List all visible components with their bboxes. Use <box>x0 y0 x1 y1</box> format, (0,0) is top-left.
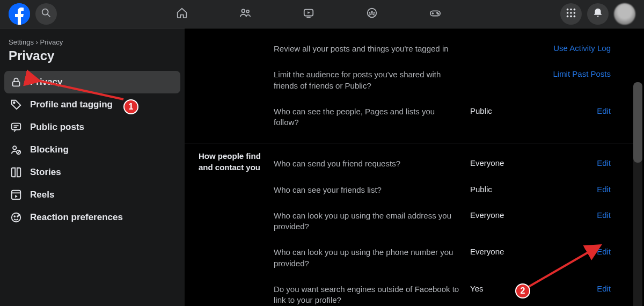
svg-point-9 <box>369 12 370 14</box>
setting-desc: Who can see the people, Pages and lists … <box>274 106 462 128</box>
svg-line-2 <box>47 14 50 17</box>
setting-value: Everyone <box>470 210 540 220</box>
edit-link[interactable]: Edit <box>597 158 611 167</box>
setting-row: Do you want search engines outside of Fa… <box>274 276 639 306</box>
svg-point-26 <box>13 102 15 104</box>
setting-desc: Who can see your friends list? <box>274 185 462 195</box>
setting-desc: Who can look you up using the phone numb… <box>274 247 462 269</box>
sidebar-item-label: Public posts <box>30 122 84 133</box>
setting-row: Who can look you up using the phone numb… <box>274 239 639 276</box>
svg-point-19 <box>567 12 569 14</box>
setting-row: Who can see the people, Pages and lists … <box>274 99 639 136</box>
setting-value: Public <box>470 106 540 115</box>
setting-desc: Review all your posts and things you're … <box>274 43 462 54</box>
video-icon <box>303 7 314 21</box>
edit-link[interactable]: Edit <box>597 106 611 115</box>
reels-icon <box>10 188 23 201</box>
setting-row: Review all your posts and things you're … <box>274 36 639 62</box>
setting-row: Who can send you friend requests? Everyo… <box>274 151 639 177</box>
lock-icon <box>10 76 23 89</box>
home-icon <box>176 7 188 21</box>
use-activity-log-link[interactable]: Use Activity Log <box>553 43 611 53</box>
sidebar-item-public-posts[interactable]: Public posts <box>4 116 180 139</box>
top-navbar <box>0 0 644 28</box>
breadcrumb: Settings › Privacy <box>4 34 180 47</box>
svg-rect-25 <box>13 82 20 86</box>
svg-point-15 <box>438 13 439 14</box>
svg-point-1 <box>42 9 48 15</box>
account-avatar[interactable] <box>614 3 635 25</box>
sidebar-item-privacy[interactable]: Privacy <box>4 71 180 93</box>
gaming-icon <box>429 7 441 21</box>
setting-desc: Limit the audience for posts you've shar… <box>274 69 462 91</box>
breadcrumb-leaf: Privacy <box>40 38 63 46</box>
breadcrumb-root[interactable]: Settings <box>9 38 34 46</box>
nav-groups[interactable] <box>359 1 385 27</box>
section-label-activity <box>185 36 274 135</box>
setting-desc: Who can look you up using the email addr… <box>274 210 462 232</box>
svg-point-21 <box>574 12 576 14</box>
setting-value: Public <box>470 185 540 194</box>
menu-button[interactable] <box>560 3 582 25</box>
sidebar-item-label: Reaction preferences <box>30 212 123 223</box>
svg-point-3 <box>241 9 245 12</box>
sidebar-item-label: Reels <box>30 190 54 200</box>
sidebar-item-reels[interactable]: Reels <box>4 184 180 206</box>
setting-row: Limit the audience for posts you've shar… <box>274 62 639 99</box>
edit-link[interactable]: Edit <box>597 210 611 220</box>
svg-point-4 <box>246 10 249 13</box>
setting-desc: Do you want search engines outside of Fa… <box>274 284 462 306</box>
sidebar-item-label: Profile and tagging <box>30 99 113 110</box>
setting-value: Everyone <box>470 158 540 167</box>
sidebar-item-blocking[interactable]: Blocking <box>4 139 180 161</box>
book-icon <box>10 166 23 179</box>
edit-link-phone[interactable]: Edit <box>597 247 611 256</box>
settings-sidebar: Settings › Privacy Privacy Privacy Profi… <box>0 28 185 306</box>
block-icon <box>10 143 23 156</box>
svg-point-10 <box>374 12 375 14</box>
svg-point-22 <box>567 16 569 18</box>
svg-point-30 <box>13 146 16 149</box>
groups-icon <box>366 7 378 21</box>
nav-watch[interactable] <box>296 1 321 27</box>
svg-rect-27 <box>12 123 21 130</box>
svg-point-8 <box>371 11 373 13</box>
svg-point-23 <box>570 16 572 18</box>
svg-point-18 <box>574 9 576 11</box>
svg-point-24 <box>574 16 576 18</box>
page-title: Privacy <box>4 47 180 71</box>
sidebar-item-label: Blocking <box>30 144 69 155</box>
facebook-logo[interactable] <box>9 3 30 25</box>
nav-home[interactable] <box>169 1 195 27</box>
annotation-badge-2: 2 <box>515 283 530 298</box>
svg-point-36 <box>14 216 15 217</box>
notifications-button[interactable] <box>587 3 609 25</box>
search-button[interactable] <box>35 3 57 25</box>
bell-icon <box>592 7 604 21</box>
setting-desc: Who can send you friend requests? <box>274 158 462 169</box>
nav-gaming[interactable] <box>422 1 448 27</box>
annotation-badge-1: 1 <box>123 99 138 114</box>
grid-icon <box>565 7 577 21</box>
edit-link[interactable]: Edit <box>597 185 611 194</box>
svg-rect-33 <box>12 191 21 200</box>
nav-friends[interactable] <box>232 1 258 27</box>
friends-icon <box>239 7 251 21</box>
svg-point-20 <box>570 12 572 14</box>
setting-row: Who can look you up using the email addr… <box>274 203 639 240</box>
reaction-icon <box>10 211 23 224</box>
limit-past-posts-link[interactable]: Limit Past Posts <box>553 69 611 78</box>
chat-icon <box>10 121 23 134</box>
tag-icon <box>10 98 23 111</box>
sidebar-item-profile-tagging[interactable]: Profile and tagging <box>4 93 180 116</box>
sidebar-item-label: Privacy <box>30 77 63 88</box>
sidebar-item-reaction-prefs[interactable]: Reaction preferences <box>4 206 180 229</box>
sidebar-item-stories[interactable]: Stories <box>4 161 180 184</box>
section-label-find-contact: How people find and contact you <box>185 151 274 306</box>
svg-point-17 <box>570 9 572 11</box>
search-icon <box>40 7 52 21</box>
breadcrumb-sep: › <box>36 38 38 46</box>
svg-line-32 <box>17 151 20 154</box>
scrollbar-thumb[interactable] <box>633 82 642 163</box>
edit-link[interactable]: Edit <box>597 284 611 293</box>
